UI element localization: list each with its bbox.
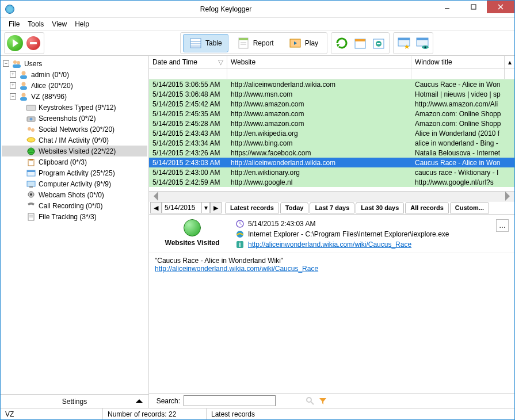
prev-date-button[interactable]: ◀: [150, 202, 162, 213]
user-icon: [18, 70, 29, 79]
search-bar: Search:: [149, 393, 514, 408]
table-row[interactable]: 5/14/2015 2:43:03 AMhttp://aliceinwonder…: [149, 158, 514, 167]
col-wintitle[interactable]: Window title: [411, 56, 505, 68]
view-table-button[interactable]: Table: [183, 34, 228, 52]
expand-icon[interactable]: +: [10, 82, 16, 89]
tab-last30[interactable]: Last 30 days: [356, 202, 404, 213]
cell-website: http://www.amazon.com: [227, 120, 411, 128]
table-row[interactable]: 5/14/2015 2:45:28 AMhttp://www.amazon.co…: [149, 119, 514, 128]
tree-item-social[interactable]: Social Networks (20*/20): [2, 124, 147, 135]
next-date-button[interactable]: ▶: [210, 202, 222, 213]
detail-category: Websites Visited: [165, 239, 220, 247]
col-datetime[interactable]: Date and Time▽: [149, 56, 227, 68]
more-options-button[interactable]: …: [496, 219, 509, 232]
collapse-icon[interactable]: −: [10, 93, 16, 100]
tree-root-users[interactable]: − Users: [2, 58, 147, 69]
tab-custom[interactable]: Custom...: [450, 202, 489, 213]
refresh-button[interactable]: [334, 35, 350, 51]
menu-view[interactable]: View: [48, 19, 70, 29]
tab-latest[interactable]: Latest records: [225, 202, 279, 213]
menu-tools[interactable]: Tools: [24, 19, 47, 29]
svg-rect-31: [20, 75, 27, 79]
window-eye-button[interactable]: [414, 35, 430, 51]
stop-monitoring-button[interactable]: [25, 35, 41, 51]
filter-website-input[interactable]: [227, 69, 411, 79]
tab-all[interactable]: All records: [405, 202, 448, 213]
tree-user-counts: (88*/96): [42, 93, 67, 101]
search-input[interactable]: [184, 395, 276, 406]
filter-datetime-input[interactable]: [149, 69, 227, 79]
status-records: Number of records: 22: [103, 408, 207, 419]
table-row[interactable]: 5/14/2015 2:43:26 AMhttps://www.facebook…: [149, 148, 514, 158]
tree-item-programs[interactable]: Program Activity (25*/25): [2, 167, 147, 178]
table-row[interactable]: 5/14/2015 3:06:48 AMhttp://www.msn.comHo…: [149, 89, 514, 99]
col-website[interactable]: Website: [227, 56, 411, 68]
tree-item-screenshots[interactable]: Screenshots (0*/2): [2, 113, 147, 124]
expand-icon[interactable]: +: [10, 71, 16, 78]
tree-item-keystrokes[interactable]: Keystrokes Typed (9*/12): [2, 102, 147, 113]
chevron-up-icon: [136, 396, 143, 407]
menu-file[interactable]: File: [5, 19, 23, 29]
user-tree[interactable]: − Users + admin (0*/0) + Alice (20*/20): [1, 56, 148, 394]
view-play-button[interactable]: Play: [283, 34, 325, 52]
tree-item-computer[interactable]: Computer Activity (9*/9): [2, 178, 147, 189]
table-row[interactable]: 5/14/2015 3:06:55 AMhttp://aliceinwonder…: [149, 79, 514, 89]
tree-item-webcam[interactable]: Webcam Shots (0*/0): [2, 189, 147, 200]
svg-point-32: [22, 82, 26, 86]
cell-datetime: 5/14/2015 2:45:28 AM: [149, 120, 227, 128]
clipboard-icon: [26, 158, 36, 167]
tree-user-alice[interactable]: + Alice (20*/20): [2, 80, 147, 91]
svg-rect-1: [471, 5, 476, 9]
start-monitoring-button[interactable]: [7, 35, 23, 51]
date-field[interactable]: 5/14/2015: [162, 202, 202, 213]
search-icon[interactable]: [306, 396, 315, 406]
webcam-icon: [26, 190, 36, 200]
tree-item-websites[interactable]: Websites Visited (22*/22): [2, 146, 147, 156]
minimize-button[interactable]: [434, 1, 460, 13]
table-row[interactable]: 5/14/2015 2:45:35 AMhttp://www.amazon.co…: [149, 109, 514, 119]
toolbar: Table Report Play: [1, 30, 514, 56]
horizontal-scrollbar[interactable]: [149, 191, 514, 201]
cell-wintitle: Alice in Wonderland (2010 f: [411, 129, 514, 138]
menu-help[interactable]: Help: [71, 19, 93, 29]
delete-button[interactable]: [371, 35, 387, 51]
table-row[interactable]: 5/14/2015 2:42:59 AMhttp://www.google.nl…: [149, 177, 514, 187]
search-label: Search:: [155, 397, 180, 405]
maximize-button[interactable]: [460, 1, 487, 13]
window-icon: [26, 169, 36, 178]
date-dropdown-button[interactable]: ▾: [202, 202, 210, 213]
tree-item-filetrack[interactable]: File Tracking (3*/3): [2, 211, 147, 222]
settings-label: Settings: [62, 398, 87, 406]
chat-icon: [26, 136, 36, 145]
table-body[interactable]: 5/14/2015 3:06:55 AMhttp://aliceinwonder…: [149, 79, 514, 191]
scroll-up-icon[interactable]: ▴: [505, 56, 514, 68]
table-row[interactable]: 5/14/2015 2:45:42 AMhttp://www.amazon.co…: [149, 99, 514, 109]
svg-point-40: [31, 128, 35, 132]
table-row[interactable]: 5/14/2015 2:43:00 AMhttp://en.wiktionary…: [149, 167, 514, 177]
detail-url-link[interactable]: http://aliceinwonderland.wikia.com/wiki/…: [248, 240, 411, 249]
filter-icon[interactable]: [318, 396, 327, 406]
svg-marker-63: [319, 398, 326, 404]
tree-user-vz[interactable]: − VZ (88*/96): [2, 91, 147, 102]
svg-rect-48: [27, 181, 35, 186]
tree-item-call[interactable]: Call Recording (0*/0): [2, 200, 147, 211]
view-report-button[interactable]: Report: [231, 34, 280, 52]
table-row[interactable]: 5/14/2015 2:43:34 AMhttp://www.bing.coma…: [149, 138, 514, 148]
tree-user-admin[interactable]: + admin (0*/0): [2, 69, 147, 80]
app-icon: [5, 5, 14, 14]
detail-body-link[interactable]: http://aliceinwonderland.wikia.com/wiki/…: [155, 265, 509, 273]
close-button[interactable]: [487, 1, 514, 13]
filter-wintitle-input[interactable]: [411, 69, 504, 79]
calendar-button[interactable]: [352, 35, 368, 51]
tree-item-chat[interactable]: Chat / IM Activity (0*/0): [2, 135, 147, 146]
svg-rect-33: [20, 86, 27, 90]
table-row[interactable]: 5/14/2015 2:43:43 AMhttp://en.wikipedia.…: [149, 128, 514, 138]
tab-today[interactable]: Today: [280, 202, 309, 213]
cell-datetime: 5/14/2015 3:06:55 AM: [149, 81, 227, 89]
globe-icon: [26, 147, 36, 156]
window-star-button[interactable]: [396, 35, 412, 51]
tab-last7[interactable]: Last 7 days: [310, 202, 354, 213]
settings-button[interactable]: Settings: [1, 394, 148, 408]
collapse-icon[interactable]: −: [3, 60, 9, 67]
tree-item-clipboard[interactable]: Clipboard (0*/3): [2, 156, 147, 167]
